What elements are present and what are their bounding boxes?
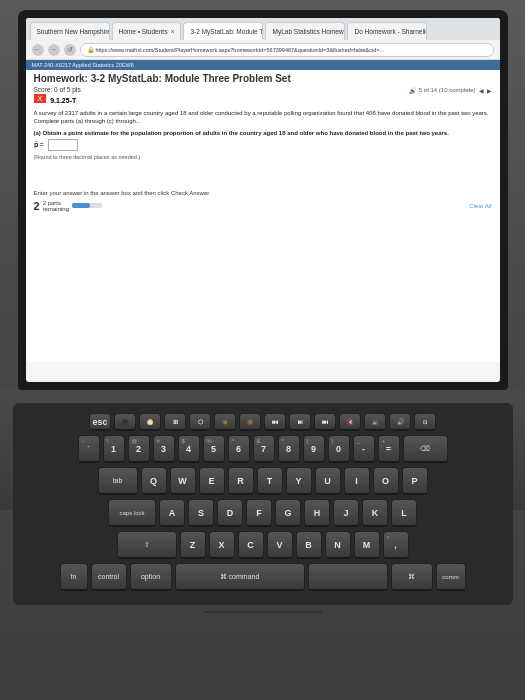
key-f1[interactable]: 🌑 xyxy=(114,413,136,431)
key-z[interactable]: Z xyxy=(180,531,206,559)
key-i[interactable]: I xyxy=(344,467,370,495)
key-f3[interactable]: ⊞ xyxy=(164,413,186,431)
tab-close-icon[interactable]: × xyxy=(170,28,174,35)
key-fn[interactable]: fn xyxy=(60,563,88,591)
browser-toolbar: ← → ↺ 🔒 https://www.mathxl.com/Student/P… xyxy=(26,40,500,60)
screen-bezel: Southern New Hampshire Uni... × Home • S… xyxy=(18,10,508,390)
tab-snhu[interactable]: Southern New Hampshire Uni... × xyxy=(30,22,110,40)
key-y[interactable]: Y xyxy=(286,467,312,495)
nav-prev-icon[interactable]: ◀ xyxy=(479,87,484,94)
key-m[interactable]: M xyxy=(354,531,380,559)
answer-input[interactable] xyxy=(48,139,78,151)
parts-remaining: 2 2 parts remaining xyxy=(34,200,102,212)
tab-label: 3-2 MyStatLab: Module Thre... xyxy=(190,28,263,35)
key-f5[interactable]: 🔅 xyxy=(214,413,236,431)
key-command-left[interactable]: ⌘ command xyxy=(175,563,305,591)
tab-dohw[interactable]: Do Homework - Sharnelle Bon... × xyxy=(347,22,427,40)
key-7[interactable]: &7 xyxy=(253,435,275,463)
key-u[interactable]: U xyxy=(315,467,341,495)
key-touch-id[interactable]: ⊡ xyxy=(414,413,436,431)
key-3[interactable]: #3 xyxy=(153,435,175,463)
key-backtick[interactable]: ~` xyxy=(78,435,100,463)
key-n[interactable]: N xyxy=(325,531,351,559)
key-0[interactable]: )0 xyxy=(328,435,350,463)
key-1[interactable]: !1 xyxy=(103,435,125,463)
key-f2[interactable]: 🌕 xyxy=(139,413,161,431)
key-x[interactable]: X xyxy=(209,531,235,559)
key-option[interactable]: option xyxy=(130,563,172,591)
key-6[interactable]: ^6 xyxy=(228,435,250,463)
key-f[interactable]: F xyxy=(246,499,272,527)
forward-button[interactable]: → xyxy=(48,44,60,56)
key-minus[interactable]: _- xyxy=(353,435,375,463)
key-f7[interactable]: ⏮ xyxy=(264,413,286,431)
key-e[interactable]: E xyxy=(199,467,225,495)
url-text: https://www.mathxl.com/Student/PlayerHom… xyxy=(96,47,385,53)
key-tab[interactable]: tab xyxy=(98,467,138,495)
key-comm[interactable]: comm xyxy=(436,563,466,591)
key-f8[interactable]: ⏯ xyxy=(289,413,311,431)
progress-nav: 🔊 5 of 14 (10 complete) ◀ ▶ xyxy=(409,87,492,94)
key-b[interactable]: B xyxy=(296,531,322,559)
key-p[interactable]: P xyxy=(402,467,428,495)
key-caps-lock[interactable]: caps lock xyxy=(108,499,156,527)
bottom-key-row: fn control option ⌘ command ⌘ comm xyxy=(21,563,505,591)
key-f9[interactable]: ⏭ xyxy=(314,413,336,431)
key-left-shift[interactable]: ⇧ xyxy=(117,531,177,559)
enter-answer-text: Enter your answer in the answer box and … xyxy=(34,190,492,196)
key-comma[interactable]: <, xyxy=(383,531,409,559)
key-g[interactable]: G xyxy=(275,499,301,527)
homework-title: Homework: 3-2 MyStatLab: Module Three Pr… xyxy=(34,73,492,84)
key-f12[interactable]: 🔊 xyxy=(389,413,411,431)
key-f11[interactable]: 🔉 xyxy=(364,413,386,431)
key-q[interactable]: Q xyxy=(141,467,167,495)
tab-mystatlab[interactable]: 3-2 MyStatLab: Module Thre... × xyxy=(183,22,263,40)
tab-mylab[interactable]: MyLab Statistics Homework -... × xyxy=(265,22,345,40)
key-4[interactable]: $4 xyxy=(178,435,200,463)
key-r[interactable]: R xyxy=(228,467,254,495)
key-o[interactable]: O xyxy=(373,467,399,495)
score-progress-row: Score: 0 of 5 pts 🔊 5 of 14 (10 complete… xyxy=(34,86,492,94)
refresh-button[interactable]: ↺ xyxy=(64,44,76,56)
key-d[interactable]: D xyxy=(217,499,243,527)
key-esc[interactable]: esc xyxy=(89,413,111,431)
sub-question-a: (a) Obtain a point estimate for the popu… xyxy=(34,130,492,136)
key-a[interactable]: A xyxy=(159,499,185,527)
key-space[interactable] xyxy=(308,563,388,591)
key-8[interactable]: *8 xyxy=(278,435,300,463)
problem-text: A survey of 2317 adults in a certain lar… xyxy=(34,109,492,126)
key-w[interactable]: W xyxy=(170,467,196,495)
asdf-row: caps lock A S D F G H J K L xyxy=(21,499,505,527)
key-5[interactable]: %5 xyxy=(203,435,225,463)
back-button[interactable]: ← xyxy=(32,44,44,56)
progress-bar-container xyxy=(72,203,102,208)
key-f4[interactable]: ⬡ xyxy=(189,413,211,431)
key-j[interactable]: J xyxy=(333,499,359,527)
key-2[interactable]: @2 xyxy=(128,435,150,463)
key-t[interactable]: T xyxy=(257,467,283,495)
key-k[interactable]: K xyxy=(362,499,388,527)
page-content: MAT-240-X6217 Applied Statistics 20EW6 H… xyxy=(26,60,500,362)
key-equals[interactable]: += xyxy=(378,435,400,463)
progress-bar-fill xyxy=(72,203,90,208)
tab-label: Home • Students xyxy=(119,28,168,35)
key-c[interactable]: C xyxy=(238,531,264,559)
key-control[interactable]: control xyxy=(91,563,127,591)
key-f10[interactable]: 🔇 xyxy=(339,413,361,431)
key-9[interactable]: (9 xyxy=(303,435,325,463)
trackpad[interactable] xyxy=(203,611,323,613)
key-s[interactable]: S xyxy=(188,499,214,527)
keyboard: esc 🌑 🌕 ⊞ ⬡ 🔅 🔆 ⏮ ⏯ ⏭ 🔇 🔉 🔊 ⊡ ~` !1 @2 xyxy=(13,403,513,605)
key-l[interactable]: L xyxy=(391,499,417,527)
key-f6[interactable]: 🔆 xyxy=(239,413,261,431)
key-delete[interactable]: ⌫ xyxy=(403,435,448,463)
clear-all-button[interactable]: Clear All xyxy=(469,203,491,209)
key-v[interactable]: V xyxy=(267,531,293,559)
key-h[interactable]: H xyxy=(304,499,330,527)
problem-id: 9.1.25-T xyxy=(50,97,76,104)
nav-next-icon[interactable]: ▶ xyxy=(487,87,492,94)
key-command-right[interactable]: ⌘ xyxy=(391,563,433,591)
tab-home[interactable]: Home • Students × xyxy=(112,22,182,40)
address-bar[interactable]: 🔒 https://www.mathxl.com/Student/PlayerH… xyxy=(80,43,494,57)
course-title: MAT-240-X6217 Applied Statistics 20EW6 xyxy=(26,60,500,70)
